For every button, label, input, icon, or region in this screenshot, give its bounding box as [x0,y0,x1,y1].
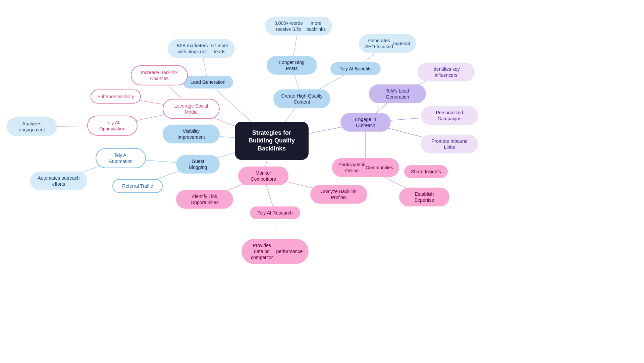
increase-backlink-node: Increase Backlink Chances [131,65,188,85]
visibility-improvement-node: Visibility Improvement [163,125,220,143]
tely-automation-node: Tely AI Automation [96,148,146,168]
share-insights-node: Share Insights [404,165,448,178]
participate-online-node: Participate in OnlineCommunities [332,158,399,177]
center-node: Strategies for Building Quality Backlink… [235,122,309,160]
b2b-marketers-node: B2B marketers with blogs get67 more lead… [168,39,235,58]
guest-blogging-node: Guest Blogging [176,155,220,174]
enhance-visibility-node: Enhance Visibility [91,89,141,104]
generates-seo-node: Generates SEO-focusedmaterial [359,34,416,53]
3000-words-node: 3,000+ words receive 3.5xmore backlinks [265,17,332,36]
automates-outreach-node: Automates outreach efforts [30,172,87,190]
leverage-social-node: Leverage Social Media [163,99,220,119]
longer-posts-node: Longer Blog Posts [267,56,317,75]
referral-traffic-node: Referral Traffic [112,179,163,193]
personalized-campaigns-node: Personalized Campaigns [421,106,478,125]
connection-lines [0,0,644,363]
analyze-backlinks-node: Analyze Backlink Profiles [310,185,367,204]
establish-expertise-node: Establish Expertise [399,188,449,206]
identifies-influencers-node: Identifies key influencers [418,63,475,81]
mind-map-canvas: Strategies for Building Quality Backlink… [0,0,644,363]
engage-outreach-node: Engage in Outreach [340,113,391,132]
monitor-competitors-node: Monitor Competitors [238,167,288,185]
tely-optimization-node: Tely AI Optimization [87,116,138,136]
tely-lead-gen-node: Tely's Lead Generation [369,84,426,103]
lead-gen-node: Lead Generation [183,76,233,88]
tely-benefits-node: Tely AI Benefits [330,62,381,75]
provides-data-node: Provides data on competitorperformance [241,239,309,264]
analyzes-engagement-node: Analyzes engagement [7,117,57,136]
tely-research-node: Tely AI Research [250,206,300,219]
create-content-node: Create High-Quality Content [273,89,330,108]
identify-links-node: Identify Link Opportunities [176,190,233,209]
promote-inbound-node: Promote Inbound Links [421,135,478,154]
